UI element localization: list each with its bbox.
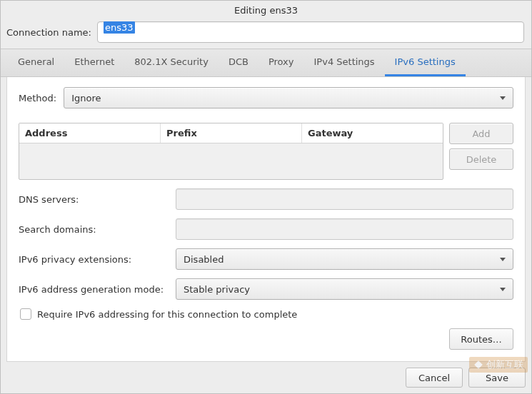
dns-servers-label: DNS servers: (19, 194, 169, 205)
logo-icon (473, 360, 483, 370)
tab-bar: General Ethernet 802.1X Security DCB Pro… (1, 49, 531, 77)
ipv6-privacy-label: IPv6 privacy extensions: (19, 254, 169, 265)
ipv6-settings-panel: Method: Ignore Address Prefix Gateway Ad… (6, 77, 526, 362)
window-root: Editing ens33 Connection name: ens33 Gen… (0, 0, 532, 394)
watermark-text: 创新互联 (486, 358, 523, 371)
search-domains-input[interactable] (176, 218, 513, 240)
add-address-button[interactable]: Add (449, 123, 513, 144)
tab-dcb[interactable]: DCB (219, 49, 259, 76)
tab-ethernet[interactable]: Ethernet (64, 49, 124, 76)
require-ipv6-checkbox[interactable] (20, 308, 31, 320)
addresses-table: Address Prefix Gateway (19, 123, 443, 180)
tab-8021x-security[interactable]: 802.1X Security (124, 49, 219, 76)
tab-proxy[interactable]: Proxy (259, 49, 304, 76)
chevron-down-icon (500, 258, 506, 261)
chevron-down-icon (500, 288, 506, 291)
connection-name-value: ens33 (104, 21, 135, 34)
watermark: 创新互联 (469, 357, 528, 373)
ipv6-addrgen-value: Stable privacy (184, 284, 250, 295)
ipv6-addrgen-label: IPv6 address generation mode: (19, 284, 169, 295)
window-title: Editing ens33 (1, 1, 531, 19)
method-select[interactable]: Ignore (64, 87, 513, 108)
connection-name-input[interactable]: ens33 (97, 21, 524, 43)
connection-name-label: Connection name: (6, 27, 91, 38)
search-domains-label: Search domains: (19, 224, 169, 235)
column-address[interactable]: Address (19, 123, 161, 143)
ipv6-privacy-select[interactable]: Disabled (176, 248, 513, 270)
chevron-down-icon (500, 96, 506, 100)
method-value: Ignore (71, 93, 101, 103)
method-label: Method: (19, 93, 56, 103)
column-prefix[interactable]: Prefix (161, 123, 302, 143)
tab-ipv6-settings[interactable]: IPv6 Settings (385, 49, 466, 76)
dns-servers-input[interactable] (176, 188, 513, 210)
addresses-body[interactable] (19, 143, 443, 179)
delete-address-button[interactable]: Delete (449, 148, 513, 170)
cancel-button[interactable]: Cancel (406, 368, 463, 388)
routes-button[interactable]: Routes… (449, 328, 513, 350)
dialog-footer: Cancel Save (1, 362, 531, 393)
tab-general[interactable]: General (8, 49, 64, 76)
column-gateway[interactable]: Gateway (302, 123, 443, 143)
require-ipv6-label: Require IPv6 addressing for this connect… (37, 309, 297, 320)
tab-ipv4-settings[interactable]: IPv4 Settings (304, 49, 385, 76)
ipv6-addrgen-select[interactable]: Stable privacy (176, 278, 513, 300)
ipv6-privacy-value: Disabled (184, 254, 224, 265)
